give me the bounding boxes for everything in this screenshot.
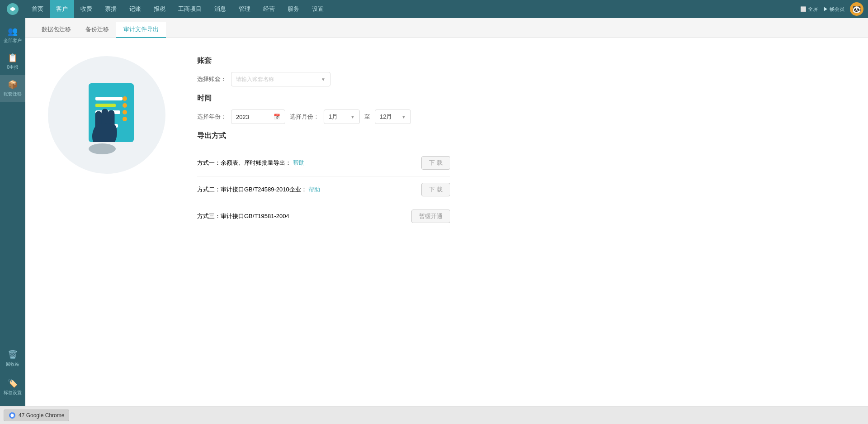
page-content: 账套 选择账套： 请输入账套名称 ▼ 时间 选择年份： 2: [25, 38, 868, 406]
method-1-download-btn[interactable]: 下 载: [421, 156, 450, 170]
month-start-value: 1月: [329, 113, 338, 121]
method-2-help-link[interactable]: 帮助: [308, 186, 320, 193]
export-methods: 方式一：余额表、序时账批量导出： 帮助 下 载 方式二：审计接口GB/T2458…: [197, 150, 450, 229]
taskbar-chrome-item[interactable]: 47 Google Chrome: [4, 410, 69, 421]
nav-fee[interactable]: 收费: [74, 0, 99, 18]
nav-operation[interactable]: 经营: [257, 0, 281, 18]
method-row-2: 方式二：审计接口GB/T24589-2010企业： 帮助 下 载: [197, 176, 450, 203]
account-select-input[interactable]: 请输入账套名称 ▼: [231, 72, 330, 86]
account-migrate-icon: 📦: [8, 80, 18, 90]
method-2-text: 方式二：审计接口GB/T24589-2010企业：: [197, 186, 307, 193]
month-start-chevron-icon: ▼: [350, 114, 355, 119]
nav-service[interactable]: 服务: [281, 0, 306, 18]
month-end-value: 12月: [380, 113, 392, 121]
sidebar-item-label-recycle: 回收站: [6, 361, 19, 367]
sidebar-item-account-migrate[interactable]: 📦 账套迁移: [0, 75, 25, 102]
nav-tax[interactable]: 报税: [147, 0, 172, 18]
method-row-3: 方式三：审计接口GB/T19581-2004 暂缓开通: [197, 203, 450, 229]
method-row-1: 方式一：余额表、序时账批量导出： 帮助 下 载: [197, 150, 450, 176]
illustration-area: [43, 52, 170, 178]
method-1-label: 方式一：余额表、序时账批量导出： 帮助: [197, 159, 305, 167]
recycle-icon: 🗑️: [8, 350, 18, 360]
tab-data-migrate[interactable]: 数据包迁移: [34, 22, 78, 38]
method-1-help-link[interactable]: 帮助: [293, 159, 305, 166]
fullscreen-btn[interactable]: ⬜ 全屏: [800, 6, 818, 13]
chevron-down-icon: ▼: [321, 77, 326, 82]
nav-menu: 首页 客户 收费 票据 记账 报税 工商项目 消息 管理 经营 服务 设置: [25, 0, 800, 18]
nav-message[interactable]: 消息: [208, 0, 232, 18]
taskbar-item-label: 47 Google Chrome: [19, 412, 64, 419]
tag-icon: 🏷️: [8, 378, 18, 388]
method-2-download-btn[interactable]: 下 载: [421, 183, 450, 196]
calendar-icon: 📅: [274, 114, 280, 120]
year-value: 2023: [236, 114, 249, 120]
month-select-label: 选择月份：: [290, 113, 319, 121]
nav-customer[interactable]: 客户: [50, 0, 74, 18]
svg-point-9: [123, 110, 127, 114]
vip-btn[interactable]: ▶ 畅会员: [823, 6, 844, 13]
method-3-label: 方式三：审计接口GB/T19581-2004: [197, 212, 289, 220]
account-input-placeholder: 请输入账套名称: [236, 76, 274, 83]
nav-right-area: ⬜ 全屏 ▶ 畅会员 🐼: [800, 2, 863, 16]
nav-bookkeeping[interactable]: 记账: [123, 0, 147, 18]
logo[interactable]: [5, 1, 21, 17]
year-input[interactable]: 2023 📅: [231, 110, 285, 124]
section-account-title: 账套: [197, 56, 450, 66]
sidebar-bottom: 🗑️ 回收站 🏷️ 标签设置: [0, 345, 25, 406]
sidebar-item-zero-declare[interactable]: 📋 0申报: [0, 48, 25, 75]
nav-settings[interactable]: 设置: [306, 0, 330, 18]
svg-point-11: [89, 143, 116, 154]
nav-home[interactable]: 首页: [25, 0, 50, 18]
to-label: 至: [364, 113, 370, 121]
sidebar: 👥 全部客户 📋 0申报 📦 账套迁移 🗑️ 回收站 🏷️ 标签设置: [0, 18, 25, 406]
method-3-text: 方式三：审计接口GB/T19581-2004: [197, 213, 289, 219]
account-select-row: 选择账套： 请输入账套名称 ▼: [197, 72, 450, 86]
month-end-select[interactable]: 12月 ▼: [375, 110, 411, 124]
method-3-soon-btn: 暂缓开通: [411, 210, 450, 223]
svg-rect-3: [95, 104, 116, 107]
main-layout: 👥 全部客户 📋 0申报 📦 账套迁移 🗑️ 回收站 🏷️ 标签设置 数据包迁移: [0, 18, 868, 406]
zero-declare-icon: 📋: [8, 53, 18, 63]
svg-point-10: [123, 117, 127, 121]
sidebar-item-tag[interactable]: 🏷️ 标签设置: [0, 374, 25, 400]
chrome-icon: [9, 412, 16, 419]
svg-point-8: [123, 103, 127, 108]
avatar[interactable]: 🐼: [850, 2, 863, 16]
all-customers-icon: 👥: [8, 26, 18, 36]
month-end-chevron-icon: ▼: [401, 114, 406, 119]
form-area: 账套 选择账套： 请输入账套名称 ▼ 时间 选择年份： 2: [197, 52, 450, 229]
nav-invoice[interactable]: 票据: [99, 0, 123, 18]
nav-business[interactable]: 工商项目: [172, 0, 208, 18]
sidebar-item-recycle[interactable]: 🗑️ 回收站: [0, 345, 25, 372]
tab-bar: 数据包迁移 备份迁移 审计文件导出: [25, 18, 868, 38]
tab-audit-export[interactable]: 审计文件导出: [116, 22, 166, 38]
sidebar-item-label-tag: 标签设置: [4, 390, 22, 396]
account-select-label: 选择账套：: [197, 75, 226, 83]
sidebar-item-label-zero-declare: 0申报: [7, 64, 19, 71]
sidebar-item-all-customers[interactable]: 👥 全部客户: [0, 22, 25, 48]
sidebar-item-label-migrate: 账套迁移: [4, 91, 22, 97]
time-row: 选择年份： 2023 📅 选择月份： 1月 ▼ 至 12月: [197, 110, 450, 124]
method-2-label: 方式二：审计接口GB/T24589-2010企业： 帮助: [197, 186, 320, 194]
taskbar: 47 Google Chrome: [0, 406, 868, 424]
year-select-label: 选择年份：: [197, 113, 226, 121]
sidebar-item-label-all-customers: 全部客户: [4, 38, 22, 44]
svg-rect-2: [95, 97, 123, 100]
content-area: 数据包迁移 备份迁移 审计文件导出: [25, 18, 868, 406]
illustration-circle: [48, 56, 165, 174]
top-navigation: 首页 客户 收费 票据 记账 报税 工商项目 消息 管理 经营 服务 设置 ⬜ …: [0, 0, 868, 18]
tab-backup-migrate[interactable]: 备份迁移: [78, 22, 116, 38]
export-container: 账套 选择账套： 请输入账套名称 ▼ 时间 选择年份： 2: [43, 52, 450, 229]
nav-manage[interactable]: 管理: [232, 0, 257, 18]
svg-point-7: [123, 96, 127, 101]
section-time-title: 时间: [197, 94, 450, 103]
month-start-select[interactable]: 1月 ▼: [324, 110, 360, 124]
method-1-text: 方式一：余额表、序时账批量导出：: [197, 159, 291, 166]
section-export-title: 导出方式: [197, 131, 450, 141]
